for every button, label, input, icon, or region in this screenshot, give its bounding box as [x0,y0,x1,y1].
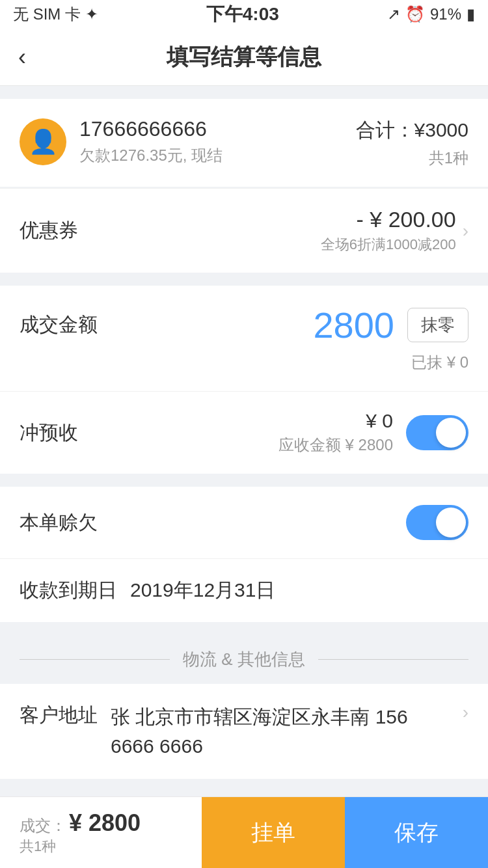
alarm-icon: ⏰ [405,5,425,23]
location-icon: ↗ [387,5,400,23]
logistics-header: 物流 & 其他信息 [0,635,488,684]
battery-icon: ▮ [467,5,475,23]
avatar: 👤 [20,118,66,165]
charge-label: 冲预收 [20,420,78,446]
footer-count: 共1种 [20,837,182,856]
customer-phone: 17666666666 [79,117,223,141]
footer-amount: ¥ 2800 [69,809,141,837]
address-row[interactable]: 客户地址 张 北京市市辖区海淀区永丰南 156 6666 6666 › [0,684,488,779]
section-divider-1 [0,273,488,286]
customer-left: 👤 17666666666 欠款1276.35元, 现结 [20,117,223,166]
sim-label: 无 SIM 卡 ✦ [13,4,98,25]
deal-section: 成交金额 2800 抹零 已抹 ¥ 0 [0,286,488,391]
total-count: 共1种 [356,148,468,169]
footer-deal-row: 成交： ¥ 2800 [20,809,182,837]
duedate-row: 收款到期日 2019年12月31日 [0,558,488,622]
coupon-info: - ¥ 200.00 全场6折满1000减200 [321,207,456,254]
total-amount: 合计：¥3000 [356,117,468,144]
logistics-line-right [318,659,468,660]
coupon-row[interactable]: 优惠券 - ¥ 200.00 全场6折满1000减200 › [0,188,488,273]
address-label: 客户地址 [20,702,98,729]
customer-sub: 欠款1276.35元, 现结 [79,145,223,166]
logistics-title: 物流 & 其他信息 [183,648,305,671]
content-area: 👤 17666666666 欠款1276.35元, 现结 合计：¥3000 共1… [0,86,488,868]
hold-button[interactable]: 挂单 [202,797,345,869]
footer-info: 成交： ¥ 2800 共1种 [0,809,202,856]
coupon-discount: - ¥ 200.00 [321,207,456,232]
battery-label: 91% [430,5,461,23]
credit-label: 本单赊欠 [20,509,98,536]
section-divider-2 [0,474,488,487]
chevron-right-icon: › [463,221,468,241]
address-chevron-icon: › [463,702,468,723]
status-right: ↗ ⏰ 91% ▮ [387,5,475,23]
coupon-desc: 全场6折满1000减200 [321,235,456,254]
duedate-value: 2019年12月31日 [130,577,275,604]
coupon-label: 优惠券 [20,217,78,244]
customer-right: 合计：¥3000 共1种 [356,117,468,169]
credit-row: 本单赊欠 [0,487,488,558]
customer-info: 17666666666 欠款1276.35元, 现结 [79,117,223,166]
status-time: 下午4:03 [206,2,279,27]
back-button[interactable]: ‹ [18,44,26,71]
charge-row: 冲预收 ¥ 0 应收金额 ¥ 2800 [0,391,488,474]
coupon-right: - ¥ 200.00 全场6折满1000减200 › [321,207,468,254]
logistics-line-left [20,659,170,660]
page-title: 填写结算等信息 [167,42,321,72]
nav-bar: ‹ 填写结算等信息 [0,29,488,86]
footer: 成交： ¥ 2800 共1种 挂单 保存 [0,796,488,868]
save-button[interactable]: 保存 [345,797,488,869]
status-left: 无 SIM 卡 ✦ [13,4,98,25]
round-button[interactable]: 抹零 [407,308,468,342]
deal-sub-row: 已抹 ¥ 0 [20,351,468,373]
status-bar: 无 SIM 卡 ✦ 下午4:03 ↗ ⏰ 91% ▮ [0,0,488,29]
address-value: 张 北京市市辖区海淀区永丰南 156 6666 6666 [111,702,450,761]
footer-deal-label: 成交： [20,815,66,836]
deal-amount-wrapper: 2800 抹零 [313,304,468,346]
charge-right: ¥ 0 应收金额 ¥ 2800 [278,410,468,455]
duedate-label: 收款到期日 [20,577,117,604]
deal-sub: 已抹 ¥ 0 [411,353,468,371]
deal-amount: 2800 [313,304,394,346]
customer-card: 👤 17666666666 欠款1276.35元, 现结 合计：¥3000 共1… [0,99,488,187]
charge-amount-col: ¥ 0 应收金额 ¥ 2800 [278,410,393,455]
charge-sub: 应收金额 ¥ 2800 [278,435,393,455]
deal-row: 成交金额 2800 抹零 [20,304,468,346]
deal-label: 成交金额 [20,312,98,338]
charge-toggle[interactable] [406,415,468,450]
charge-amount: ¥ 0 [278,410,393,432]
credit-toggle[interactable] [406,505,468,540]
section-divider-3 [0,622,488,635]
avatar-icon: 👤 [29,128,58,156]
